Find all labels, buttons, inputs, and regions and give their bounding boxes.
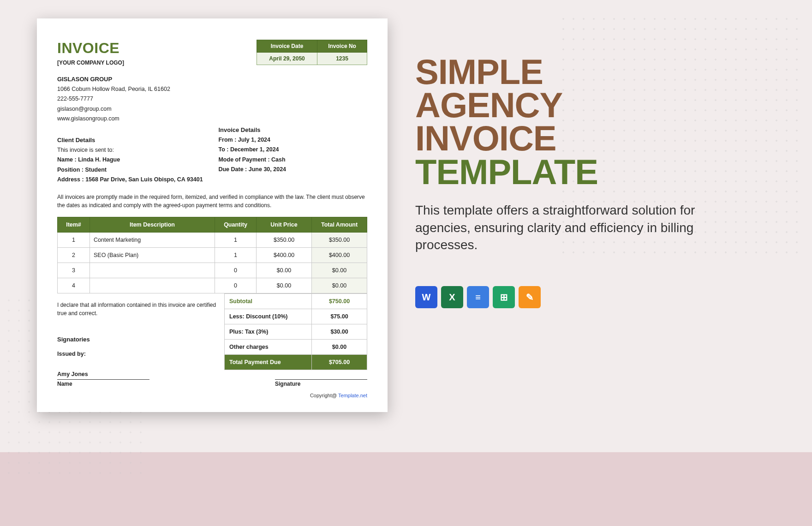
- details-from: From : July 1, 2024: [218, 135, 367, 145]
- client-position: Position : Student: [57, 165, 206, 175]
- invoice-disclaimer: All invoices are promptly made in the re…: [57, 193, 367, 209]
- google-docs-icon: ≡: [467, 286, 489, 308]
- details-to: To : December 1, 2024: [218, 145, 367, 155]
- excel-icon: X: [441, 286, 463, 308]
- invoice-no-header: Invoice No: [317, 40, 367, 53]
- company-email: gislason@group.com: [57, 104, 367, 114]
- details-heading: Invoice Details: [218, 126, 367, 133]
- col-unit: Unit Price: [257, 217, 312, 233]
- name-label: Name: [57, 379, 149, 387]
- signature-label: Signature: [275, 379, 367, 387]
- subtotal-value: $750.00: [312, 294, 367, 309]
- invoice-title: INVOICE: [57, 40, 124, 57]
- client-heading: Client Details: [57, 137, 206, 143]
- signatories-heading: Signatories: [57, 336, 367, 343]
- invoice-document: INVOICE [YOUR COMPANY LOGO] Invoice Date…: [37, 18, 388, 412]
- template-title: SIMPLE AGENCY INVOICE TEMPLATE: [415, 55, 729, 189]
- word-icon: W: [415, 286, 437, 308]
- table-row: 3 0 $0.00 $0.00: [58, 263, 367, 278]
- company-phone: 222-555-7777: [57, 94, 367, 104]
- discount-value: $75.00: [312, 309, 367, 324]
- client-intro: This invoice is sent to:: [57, 145, 206, 155]
- invoice-no-value: 1235: [317, 53, 367, 65]
- company-block: GISLASON GROUP 1066 Coburn Hollow Road, …: [57, 74, 367, 124]
- subtotal-label: Subtotal: [225, 294, 312, 309]
- table-row: 1 Content Marketing 1 $350.00 $350.00: [58, 233, 367, 248]
- col-desc: Item Description: [90, 217, 215, 233]
- discount-label: Less: Discount (10%): [225, 309, 312, 324]
- invoice-meta-table: Invoice Date Invoice No April 29, 2050 1…: [257, 40, 367, 65]
- company-name: GISLASON GROUP: [57, 74, 367, 84]
- client-name: Name : Linda H. Hague: [57, 155, 206, 165]
- col-total: Total Amount: [312, 217, 367, 233]
- declaration: I declare that all information contained…: [57, 301, 218, 317]
- marketing-panel: SIMPLE AGENCY INVOICE TEMPLATE This temp…: [415, 18, 729, 308]
- col-item: Item#: [58, 217, 90, 233]
- invoice-date-value: April 29, 2050: [257, 53, 317, 65]
- company-website: www.gislasongroup.com: [57, 114, 367, 124]
- issued-by-label: Issued by:: [57, 349, 367, 359]
- google-sheets-icon: ⊞: [493, 286, 515, 308]
- logo-placeholder: [YOUR COMPANY LOGO]: [57, 60, 124, 66]
- col-qty: Quantity: [215, 217, 257, 233]
- pages-icon: ✎: [519, 286, 541, 308]
- items-table: Item# Item Description Quantity Unit Pri…: [57, 217, 367, 293]
- copyright: Copyright@ Template.net: [57, 393, 367, 398]
- app-icons: W X ≡ ⊞ ✎: [415, 286, 729, 308]
- table-row: 4 0 $0.00 $0.00: [58, 278, 367, 293]
- details-due: Due Date : June 30, 2024: [218, 165, 367, 174]
- issuer-name: Amy Jones: [57, 371, 149, 378]
- company-address: 1066 Coburn Hollow Road, Peoria, IL 6160…: [57, 84, 367, 94]
- template-blurb: This template offers a straightforward s…: [415, 202, 729, 254]
- table-row: 2 SEO (Basic Plan) 1 $400.00 $400.00: [58, 248, 367, 263]
- details-mode: Mode of Payment : Cash: [218, 155, 367, 165]
- invoice-date-header: Invoice Date: [257, 40, 317, 53]
- client-address: Address : 1568 Par Drive, San Luis Obisp…: [57, 175, 206, 185]
